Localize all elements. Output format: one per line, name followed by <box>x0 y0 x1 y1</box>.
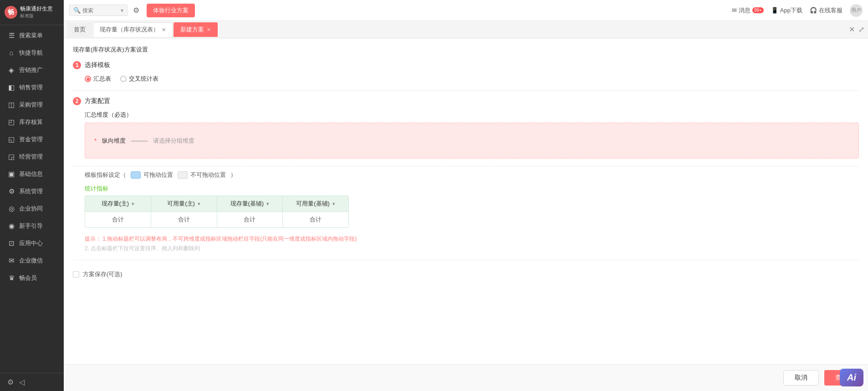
col4-dropdown-icon[interactable]: ▾ <box>332 201 335 207</box>
ai-badge[interactable]: Ai <box>840 369 863 386</box>
money-icon: ◱ <box>7 135 15 144</box>
col1-dropdown-icon[interactable]: ▾ <box>132 201 134 207</box>
sidebar-item-search[interactable]: ☰ 搜索菜单 <box>0 27 64 44</box>
section-template: 1 选择模板 汇总表 交叉统计表 <box>73 61 859 83</box>
tab-new-plan-label: 新建方案 <box>180 26 204 34</box>
search-icon: 🔍 <box>73 7 81 14</box>
box-icon: ◰ <box>7 118 15 126</box>
sound-icon[interactable]: ◁ <box>19 378 25 386</box>
sidebar: 畅 畅康通好生意 标准版 ☰ 搜索菜单 ⌂ 快捷导航 ◈ 营销推广 ◧ 销售管理… <box>0 0 64 391</box>
section2-title: 方案配置 <box>85 97 110 105</box>
logo-icon: 畅 <box>5 6 17 19</box>
tab-expand-icon[interactable]: ⤢ <box>858 25 864 34</box>
save-checkbox[interactable] <box>73 271 79 278</box>
sidebar-item-finance[interactable]: ◱ 资金管理 <box>0 131 64 148</box>
col3-dropdown-icon[interactable]: ▾ <box>266 201 269 207</box>
dim-field-name: 纵向维度 <box>102 137 126 145</box>
sidebar-item-member[interactable]: ♛ 畅会员 <box>0 269 64 287</box>
col-header-2: 可用量(主) ▾ <box>151 196 217 211</box>
section1-num: 1 <box>73 61 81 69</box>
wechat-icon: ✉ <box>7 257 15 265</box>
cart-icon: ◫ <box>7 101 15 109</box>
col-data-1: 合计 <box>85 212 151 227</box>
main-area: 🔍 ▾ ⚙ 体验行业方案 ✉ 消息 99+ 📱 App下载 🎧 在线客服 用户 <box>64 0 868 391</box>
sidebar-item-sales[interactable]: ◧ 销售管理 <box>0 79 64 96</box>
trial-btn[interactable]: 体验行业方案 <box>147 4 195 17</box>
sidebar-item-inventory[interactable]: ◰ 库存核算 <box>0 113 64 131</box>
radio-cross-circle <box>120 76 127 82</box>
sidebar-item-system[interactable]: ⚙ 系统管理 <box>0 183 64 200</box>
stats-area: 统计指标 现存量(主) ▾ 可用量(主) ▾ 现存量(基辅) <box>73 185 859 252</box>
app-icon: ⊡ <box>7 239 15 247</box>
tab-new-plan[interactable]: 新建方案 ✕ <box>174 22 218 37</box>
home-icon: ⌂ <box>7 49 15 57</box>
dim-required-mark: * <box>94 137 97 144</box>
tab-close-all-icon[interactable]: ✕ <box>849 25 855 34</box>
dim-label: 汇总维度（必选） <box>85 111 859 119</box>
sidebar-item-appcenter[interactable]: ⊡ 应用中心 <box>0 235 64 252</box>
app-download-btn[interactable]: 📱 App下载 <box>771 6 802 15</box>
stats-data-row: 合计 合计 合计 合计 <box>85 211 348 227</box>
draggable-box <box>131 171 141 179</box>
search-input[interactable] <box>82 7 119 14</box>
guide-icon: ◉ <box>7 222 15 230</box>
search-dropdown-icon[interactable]: ▾ <box>121 7 123 14</box>
section2-num: 2 <box>73 97 81 105</box>
tab-inventory-status[interactable]: 现存量（库存状况表） ✕ <box>93 22 173 37</box>
dim-box: * 纵向维度 —— 请选择分组维度 <box>85 123 859 159</box>
save-row: 方案保存(可选) <box>73 265 859 284</box>
search-menu-icon: ☰ <box>7 31 15 40</box>
non-draggable-box <box>178 171 188 179</box>
gear-icon[interactable]: ⚙ <box>131 4 141 16</box>
search-box[interactable]: 🔍 ▾ <box>69 5 128 16</box>
col-data-3: 合计 <box>217 212 283 227</box>
dim-placeholder[interactable]: 请选择分组维度 <box>153 137 194 145</box>
service-btn[interactable]: 🎧 在线客服 <box>810 6 842 15</box>
tabbar: 首页 现存量（库存状况表） ✕ 新建方案 ✕ ✕ ⤢ <box>64 21 868 38</box>
logo-text: 畅康通好生意 标准版 <box>20 5 53 19</box>
section1-header: 1 选择模板 <box>73 61 859 69</box>
message-btn[interactable]: ✉ 消息 99+ <box>732 6 764 15</box>
sidebar-item-marketing[interactable]: ◈ 营销推广 <box>0 62 64 79</box>
stats-label: 统计指标 <box>85 185 859 193</box>
sidebar-item-newguide[interactable]: ◉ 新手引导 <box>0 217 64 235</box>
page-title: 现存量(库存状况表)方案设置 <box>73 46 859 54</box>
tabbar-right: ✕ ⤢ <box>849 25 868 34</box>
stats-table: 现存量(主) ▾ 可用量(主) ▾ 现存量(基辅) ▾ 可用量(基辅) <box>85 196 349 228</box>
message-badge: 99+ <box>752 7 764 13</box>
tab-new-plan-close-icon[interactable]: ✕ <box>207 27 211 33</box>
sidebar-item-wechat[interactable]: ✉ 企业微信 <box>0 252 64 269</box>
indicator-draggable: 可拖动位置 <box>131 171 173 179</box>
tab-home[interactable]: 首页 <box>67 22 92 37</box>
radio-cross[interactable]: 交叉统计表 <box>120 75 158 83</box>
col-header-3: 现存量(基辅) ▾ <box>217 196 283 211</box>
app-logo: 畅 畅康通好生意 标准版 <box>0 0 64 25</box>
message-icon: ✉ <box>732 7 737 14</box>
sidebar-item-operations[interactable]: ◲ 经营管理 <box>0 148 64 165</box>
ops-icon: ◲ <box>7 153 15 161</box>
user-avatar[interactable]: 用户 <box>850 4 863 17</box>
radio-summary[interactable]: 汇总表 <box>85 75 111 83</box>
settings-icon[interactable]: ⚙ <box>7 378 14 386</box>
tab-inventory-close-icon[interactable]: ✕ <box>162 27 166 33</box>
tips-title: 提示： 1.拖动标题栏可以调整布局，不可跨维度或指标区域拖动栏目字段(只能在同一… <box>85 235 859 243</box>
phone-icon: 📱 <box>771 7 778 14</box>
radio-summary-dot <box>87 77 90 81</box>
sidebar-item-basic[interactable]: ▣ 基础信息 <box>0 165 64 183</box>
save-label: 方案保存(可选) <box>83 270 123 278</box>
member-icon: ♛ <box>7 274 15 282</box>
sidebar-item-quicknav[interactable]: ⌂ 快捷导航 <box>0 44 64 62</box>
sidebar-footer: ⚙ ◁ <box>0 373 64 391</box>
tips-line2: 2. 点击标题栏下拉可设置排序、插入列和删除列 <box>85 245 859 252</box>
system-icon: ⚙ <box>7 187 15 196</box>
tips-section: 提示： 1.拖动标题栏可以调整布局，不可跨维度或指标区域拖动栏目字段(只能在同一… <box>85 235 859 252</box>
col-header-4: 可用量(基辅) ▾ <box>283 196 348 211</box>
sidebar-item-enterprise[interactable]: ◎ 企业协同 <box>0 200 64 217</box>
stats-header-row: 现存量(主) ▾ 可用量(主) ▾ 现存量(基辅) ▾ 可用量(基辅) <box>85 196 348 211</box>
cancel-button[interactable]: 取消 <box>783 370 819 386</box>
col2-dropdown-icon[interactable]: ▾ <box>198 201 200 207</box>
chart-icon: ◧ <box>7 83 15 92</box>
sidebar-item-purchase[interactable]: ◫ 采购管理 <box>0 96 64 113</box>
bottom-bar: 取消 查询 <box>64 364 868 391</box>
topbar: 🔍 ▾ ⚙ 体验行业方案 ✉ 消息 99+ 📱 App下载 🎧 在线客服 用户 <box>64 0 868 21</box>
